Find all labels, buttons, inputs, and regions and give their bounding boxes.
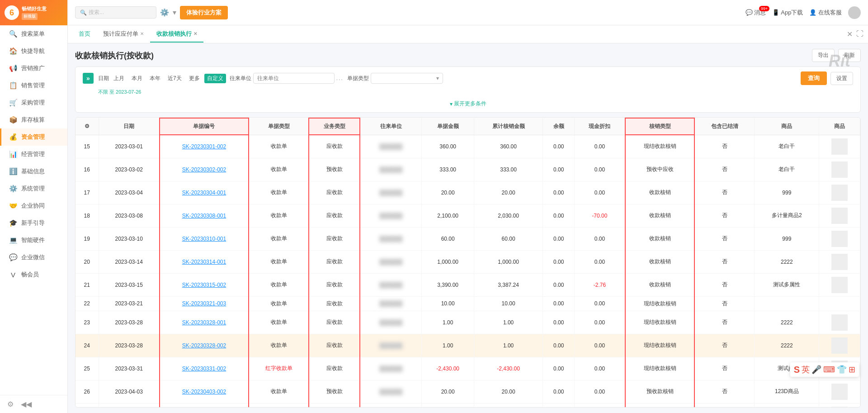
query-btn[interactable]: 查询 bbox=[801, 71, 827, 85]
sidebar-label-hardware: 智能硬件 bbox=[21, 236, 45, 244]
cell-cancel-type: 预收中应收 bbox=[625, 158, 695, 181]
cell-goods: 多计量商品2 bbox=[755, 204, 819, 227]
th-unit[interactable]: 往来单位 bbox=[360, 118, 422, 135]
table-row: 21 2023-03-15 SK-20230315-002 收款单 应收款 ██… bbox=[75, 273, 860, 296]
voucher-link[interactable]: SK-20230301-002 bbox=[182, 143, 226, 150]
industry-btn[interactable]: 体验行业方案 bbox=[180, 6, 228, 19]
cell-goods: 衣服00001 bbox=[755, 403, 819, 408]
th-voucher-type[interactable]: 单据类型 bbox=[249, 118, 309, 135]
message-btn[interactable]: 💬 消息 99+ bbox=[745, 9, 766, 17]
cell-date: 2023-03-02 bbox=[99, 158, 160, 181]
voucher-link[interactable]: SK-20230321-003 bbox=[182, 300, 226, 307]
sidebar-item-system[interactable]: ⚙️系统管理 bbox=[0, 180, 67, 197]
last-7days-btn[interactable]: 近7天 bbox=[165, 74, 184, 83]
table-row: 27 2023-04-08 SK-20230408-001 收款单 应收款 ██… bbox=[75, 403, 860, 408]
chevron-down-icon[interactable]: ▾ bbox=[173, 8, 176, 17]
voucher-link[interactable]: SK-20230328-001 bbox=[182, 319, 226, 326]
close-exec-tab[interactable]: ✕ bbox=[193, 31, 197, 36]
this-month-btn[interactable]: 本月 bbox=[129, 74, 145, 83]
th-amount[interactable]: 单据金额 bbox=[422, 118, 474, 135]
cell-cancel-type: 现结收款核销 bbox=[625, 334, 695, 357]
sidebar-item-search[interactable]: 🔍搜索菜单 bbox=[0, 25, 67, 43]
th-date[interactable]: 日期 bbox=[99, 118, 160, 135]
cell-unit: ██████ bbox=[360, 158, 422, 181]
settings-icon[interactable]: ⚙ bbox=[7, 400, 14, 408]
cell-cancel-type: 预收款核销 bbox=[625, 380, 695, 403]
tab-receivable-label: 预计应应付单 bbox=[103, 30, 138, 38]
online-service-btn[interactable]: 👤 在线客服 bbox=[809, 9, 842, 17]
table-row: 24 2023-03-28 SK-20230328-002 收款单 应收款 ██… bbox=[75, 334, 860, 357]
voucher-link[interactable]: SK-20230328-002 bbox=[182, 342, 226, 349]
s-logo-overlay: S 英 🎤 ⌨ 👕 ⊞ bbox=[790, 362, 859, 377]
user-avatar[interactable] bbox=[848, 6, 861, 19]
table-header-row: ⚙ 日期 单据编号 单据类型 业务类型 往来单位 单据金额 累计核销金额 余额 … bbox=[75, 118, 860, 135]
voucher-link[interactable]: SK-20230310-001 bbox=[182, 236, 226, 242]
sidebar-menu: 🔍搜索菜单🏠快捷导航📢营销推广📋销售管理🛒采购管理📦库存核算💰资金管理📊经营管理… bbox=[0, 25, 67, 395]
cell-cash-discount: 0.00 bbox=[575, 296, 625, 311]
cell-voucher-type: 收款单 bbox=[249, 227, 309, 250]
th-biz-type[interactable]: 业务类型 bbox=[309, 118, 360, 135]
export-btn[interactable]: 导出 bbox=[812, 49, 835, 62]
sidebar-item-sales[interactable]: 📋销售管理 bbox=[0, 77, 67, 94]
close-receivable-tab[interactable]: ✕ bbox=[140, 31, 144, 36]
sidebar-item-basic[interactable]: ℹ️基础信息 bbox=[0, 163, 67, 180]
cell-goods: 999 bbox=[755, 227, 819, 250]
expand-more-btn[interactable]: ▾ 展开更多条件 bbox=[450, 100, 486, 108]
cell-biz-type: 预收款 bbox=[309, 158, 360, 181]
th-include-settled[interactable]: 包含已结清 bbox=[694, 118, 754, 135]
sidebar-item-finance[interactable]: 💰资金管理 bbox=[0, 128, 67, 146]
th-cash-discount[interactable]: 现金折扣 bbox=[575, 118, 625, 135]
setting-btn[interactable]: 设置 bbox=[830, 72, 853, 85]
sidebar-item-inventory[interactable]: 📦库存核算 bbox=[0, 111, 67, 128]
expand-tabs-icon[interactable]: ⛶ bbox=[856, 30, 863, 38]
refresh-btn[interactable]: 刷新 bbox=[838, 49, 861, 62]
th-goods2[interactable]: 商品 bbox=[819, 118, 860, 135]
table-row: 15 2023-03-01 SK-20230301-002 收款单 应收款 ██… bbox=[75, 135, 860, 158]
filter-toggle-btn[interactable]: » bbox=[83, 73, 94, 84]
sidebar-item-corp[interactable]: 🤝企业协同 bbox=[0, 197, 67, 214]
more-date-btn[interactable]: 更多 bbox=[186, 74, 203, 83]
th-settings[interactable]: ⚙ bbox=[75, 118, 99, 135]
sidebar-item-guide[interactable]: 🎓新手引导 bbox=[0, 214, 67, 232]
cell-voucher-type: 收款单 bbox=[249, 273, 309, 296]
expand-icon: ▾ bbox=[450, 101, 453, 107]
sidebar-item-member[interactable]: V畅会员 bbox=[0, 266, 67, 283]
tab-receivable-exec[interactable]: 收款核销执行 ✕ bbox=[150, 26, 203, 43]
last-month-btn[interactable]: 上月 bbox=[111, 74, 127, 83]
global-search[interactable]: 🔍 搜索... bbox=[75, 6, 156, 19]
th-cancel-type[interactable]: 核销类型 bbox=[625, 118, 695, 135]
sidebar-item-operation[interactable]: 📊经营管理 bbox=[0, 146, 67, 163]
voucher-link[interactable]: SK-20230315-002 bbox=[182, 282, 226, 288]
custom-date-btn[interactable]: 自定义 bbox=[204, 74, 226, 83]
cell-cash-discount: -2.76 bbox=[575, 273, 625, 296]
th-voucher-no[interactable]: 单据编号 bbox=[160, 118, 249, 135]
app-download-btn[interactable]: 📱 App下载 bbox=[772, 9, 803, 17]
tab-home[interactable]: 首页 bbox=[72, 26, 97, 43]
th-accum-amount[interactable]: 累计核销金额 bbox=[474, 118, 543, 135]
sidebar-item-marketing[interactable]: 📢营销推广 bbox=[0, 60, 67, 77]
sidebar-item-quick[interactable]: 🏠快捷导航 bbox=[0, 43, 67, 60]
sidebar-item-purchase[interactable]: 🛒采购管理 bbox=[0, 94, 67, 111]
gear-icon[interactable]: ⚙️ bbox=[160, 8, 169, 17]
th-balance[interactable]: 余额 bbox=[543, 118, 575, 135]
voucher-link[interactable]: SK-20230302-002 bbox=[182, 166, 226, 173]
voucher-link[interactable]: SK-20230331-002 bbox=[182, 366, 226, 372]
cell-unit: ██████ bbox=[360, 357, 422, 380]
th-goods[interactable]: 商品 bbox=[755, 118, 819, 135]
voucher-link[interactable]: SK-20230304-001 bbox=[182, 190, 226, 196]
voucher-type-select[interactable]: ▾ bbox=[371, 73, 443, 84]
voucher-link[interactable]: SK-20230308-001 bbox=[182, 213, 226, 219]
cell-voucher-no: SK-20230321-003 bbox=[160, 296, 249, 311]
sidebar-item-wechat[interactable]: 💬企业微信 bbox=[0, 249, 67, 266]
close-all-tabs-icon[interactable]: ✕ bbox=[847, 30, 853, 38]
sidebar-item-hardware[interactable]: 💻智能硬件 bbox=[0, 232, 67, 249]
cell-accum: 360.00 bbox=[474, 135, 543, 158]
voucher-link[interactable]: SK-20230403-002 bbox=[182, 389, 226, 395]
unit-input[interactable] bbox=[253, 73, 335, 84]
collapse-icon[interactable]: ◀◀ bbox=[21, 400, 32, 408]
cell-no: 20 bbox=[75, 250, 99, 273]
this-year-btn[interactable]: 本年 bbox=[147, 74, 163, 83]
voucher-link[interactable]: SK-20230314-001 bbox=[182, 259, 226, 265]
tab-receivable[interactable]: 预计应应付单 ✕ bbox=[97, 26, 150, 43]
cell-no: 21 bbox=[75, 273, 99, 296]
